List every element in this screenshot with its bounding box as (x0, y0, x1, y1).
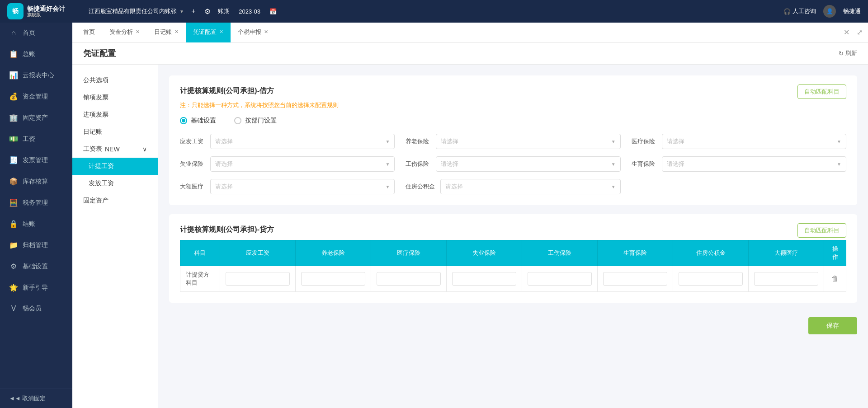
refresh-icon: ↻ (839, 50, 844, 57)
sidebar-label-tax: 税务管理 (23, 199, 63, 207)
topbar-center: 江西服宝精品有限责任公司内账张 ▼ + ⚙ 账期 2023-03 📅 (80, 5, 783, 18)
select-gongshang[interactable]: 请选择 ▼ (436, 156, 620, 172)
input-credit-yifa[interactable] (226, 272, 290, 286)
main-layout: ⌂ 首页 📋 总账 📊 云报表中心 💰 资金管理 🏢 固定资产 💵 工资 🧾 发… (0, 23, 868, 408)
radio-basic-setup[interactable]: 基础设置 (180, 117, 216, 125)
sidebar-item-home[interactable]: ⌂ 首页 (0, 23, 72, 43)
consult-button[interactable]: 🎧 人工咨询 (783, 7, 816, 15)
tab-journal[interactable]: 日记账 ✕ (147, 23, 186, 42)
select-daeyiliao[interactable]: 请选择 ▼ (210, 179, 395, 194)
input-credit-yiliao[interactable] (377, 272, 441, 286)
th-yifa: 应发工资 (220, 240, 295, 266)
sub-sidebar-pay-salary[interactable]: 发放工资 (72, 175, 158, 192)
tab-fund-analysis[interactable]: 资金分析 ✕ (102, 23, 147, 42)
input-credit-gongjijin[interactable] (679, 272, 743, 286)
consult-label: 人工咨询 (793, 7, 816, 15)
radio-dept-setup[interactable]: 按部门设置 (234, 117, 277, 125)
sub-sidebar-public[interactable]: 公共选项 (72, 72, 158, 89)
pin-toggle[interactable]: ◄◄ 取消固定 (0, 389, 72, 408)
credit-section: 计提核算规则(公司承担)-贷方 自动匹配科目 科目 应发工资 养老保险 医疗保险… (169, 214, 857, 303)
sidebar-item-salary[interactable]: 💵 工资 (0, 128, 72, 150)
period-info: 账期 2023-03 📅 (218, 7, 277, 15)
avatar[interactable]: 👤 (823, 5, 836, 18)
sidebar-item-tax[interactable]: 🧮 税务管理 (0, 192, 72, 213)
th-gongjijin: 住房公积金 (673, 240, 749, 266)
sub-label-journal: 日记账 (83, 128, 102, 136)
sidebar-label-assets: 固定资产 (23, 114, 63, 122)
vip-icon: V (9, 305, 18, 313)
tab-journal-close[interactable]: ✕ (175, 29, 179, 35)
radio-basic-label: 基础设置 (191, 117, 216, 125)
select-shengyu[interactable]: 请选择 ▼ (662, 156, 846, 172)
username: 畅捷通 (843, 7, 861, 15)
placeholder-shengyu: 请选择 (667, 160, 684, 168)
sidebar-item-closing[interactable]: 🔒 结账 (0, 213, 72, 234)
sub-sidebar-fixed-assets[interactable]: 固定资产 (72, 192, 158, 209)
input-credit-shiye[interactable] (452, 272, 516, 286)
sidebar-item-assets[interactable]: 🏢 固定资产 (0, 107, 72, 128)
select-gongjijin[interactable]: 请选择 ▼ (440, 179, 620, 194)
settings-button[interactable]: ⚙ (203, 5, 212, 18)
sidebar-item-archive[interactable]: 📁 归档管理 (0, 234, 72, 256)
sidebar-label-closing: 结账 (23, 220, 63, 228)
sub-sidebar-sales-invoice[interactable]: 销项发票 (72, 89, 158, 106)
sub-sidebar-purchase-invoice[interactable]: 进项发票 (72, 106, 158, 123)
topbar: 畅 畅捷通好会计 旗舰版 江西服宝精品有限责任公司内账张 ▼ + ⚙ 账期 20… (0, 0, 868, 23)
company-selector[interactable]: 江西服宝精品有限责任公司内账张 ▼ (89, 7, 184, 15)
sidebar-item-reports[interactable]: 📊 云报表中心 (0, 65, 72, 86)
th-daeyiliao: 大额医疗 (749, 240, 824, 266)
cell-yiliao (371, 266, 446, 292)
refresh-button[interactable]: ↻ 刷新 (839, 49, 857, 57)
arrow-yifa: ▼ (385, 139, 390, 144)
period-label: 账期 (218, 7, 230, 15)
sidebar-item-funds[interactable]: 💰 资金管理 (0, 86, 72, 107)
tab-home[interactable]: 首页 (76, 23, 102, 42)
sidebar-item-inventory[interactable]: 📦 库存核算 (0, 171, 72, 192)
input-credit-gongshang[interactable] (528, 272, 592, 286)
delete-row-button[interactable]: 🗑 (831, 275, 839, 282)
sidebar-item-ledger[interactable]: 📋 总账 (0, 43, 72, 65)
input-credit-yanglao[interactable] (301, 272, 365, 286)
salary-group-header[interactable]: 工资表 NEW ∨ (72, 141, 158, 158)
form-row-shengyu: 生育保险 请选择 ▼ (632, 156, 846, 172)
sub-label-public: 公共选项 (83, 76, 108, 84)
select-yiliao[interactable]: 请选择 ▼ (662, 134, 846, 149)
cell-gongjijin (673, 266, 749, 292)
tab-tax-report[interactable]: 个税申报 ✕ (231, 23, 275, 42)
tab-fund-analysis-close[interactable]: ✕ (136, 29, 140, 35)
row-label-credit: 计提贷方科目 (180, 266, 220, 292)
sub-label-accrual: 计提工资 (89, 162, 114, 170)
sidebar-item-guide[interactable]: 🌟 新手引导 (0, 277, 72, 298)
close-tab-btn[interactable]: ✕ (842, 26, 851, 38)
sidebar-item-invoice[interactable]: 🧾 发票管理 (0, 150, 72, 171)
arrow-gongshang: ▼ (611, 162, 616, 167)
debit-auto-match-button[interactable]: 自动匹配科目 (797, 84, 846, 99)
sub-sidebar-accrual[interactable]: 计提工资 (72, 158, 158, 175)
select-yifa[interactable]: 请选择 ▼ (210, 134, 395, 149)
tab-tax-report-close[interactable]: ✕ (264, 29, 268, 35)
sub-sidebar-salary-group[interactable]: 工资表 NEW ∨ (72, 141, 158, 158)
input-credit-daeyiliao[interactable] (754, 272, 818, 286)
sidebar-item-settings[interactable]: ⚙ 基础设置 (0, 256, 72, 277)
tab-voucher-config-close[interactable]: ✕ (219, 29, 223, 35)
tab-tax-report-label: 个税申报 (238, 28, 261, 36)
arrow-yiliao: ▼ (837, 139, 841, 144)
th-shiye: 失业保险 (446, 240, 522, 266)
sidebar-item-vip[interactable]: V 畅会员 (0, 298, 72, 319)
cell-action: 🗑 (824, 266, 846, 292)
cell-shengyu (598, 266, 673, 292)
sub-sidebar-journal[interactable]: 日记账 (72, 123, 158, 141)
add-button[interactable]: + (189, 5, 197, 17)
invoice-icon: 🧾 (9, 156, 18, 164)
calendar-icon[interactable]: 📅 (269, 8, 277, 15)
select-yanglao[interactable]: 请选择 ▼ (436, 134, 620, 149)
credit-table: 科目 应发工资 养老保险 医疗保险 失业保险 工伤保险 生育保险 住房公积金 大… (180, 240, 846, 292)
sidebar-label-ledger: 总账 (23, 50, 63, 58)
credit-auto-match-button[interactable]: 自动匹配科目 (797, 223, 846, 238)
select-shiye[interactable]: 请选择 ▼ (210, 156, 395, 172)
tab-voucher-config[interactable]: 凭证配置 ✕ (186, 23, 231, 42)
save-button[interactable]: 保存 (808, 317, 857, 334)
expand-tab-btn[interactable]: ⤢ (855, 26, 864, 38)
debit-section-note: 注：只能选择一种方式，系统将按照您当前的选择来配置规则 (180, 101, 846, 109)
input-credit-shengyu[interactable] (603, 272, 667, 286)
